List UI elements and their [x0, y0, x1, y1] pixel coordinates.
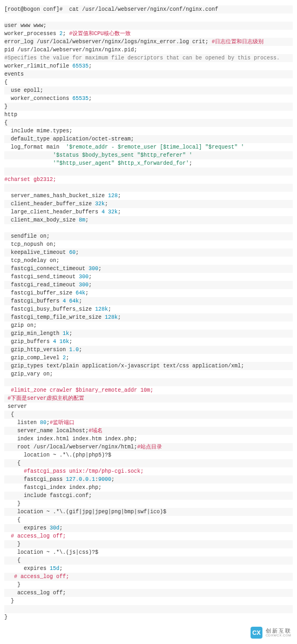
code-line: client_max_body_size 8m; [4, 216, 293, 224]
code-line: pid /usr/local/webserver/nginx/nginx.pid… [4, 46, 293, 54]
code-line: gzip_min_length 1k; [4, 330, 293, 338]
code-line: large_client_header_buffers 4 32k; [4, 208, 293, 216]
code-line: location ~ .*\.(gif|jpg|jpeg|png|bmp|swf… [4, 508, 293, 516]
code-line: } [4, 597, 293, 605]
code-line: index index.html index.htm index.php; [4, 435, 293, 443]
code-line: tcp_nopush on; [4, 240, 293, 249]
code-line: #Specifies the value for maximum file de… [4, 54, 293, 62]
code-line: fastcgi_index index.php; [4, 484, 293, 492]
code-line: } [4, 581, 293, 589]
code-line: default_type application/octet-stream; [4, 135, 293, 143]
code-line: error_log /usr/local/webserver/nginx/log… [4, 38, 293, 46]
code-line: log_format main '$remote_addr - $remote_… [4, 143, 293, 151]
watermark: CX 创新互联 CDXWCX.COM [251, 627, 292, 639]
code-line: fastcgi_read_timeout 300; [4, 281, 293, 289]
code-line [4, 378, 293, 386]
code-line: events [4, 70, 293, 78]
code-line: expires 30d; [4, 524, 293, 532]
code-line: tcp_nodelay on; [4, 257, 293, 265]
code-line: { [4, 516, 293, 524]
code-line [4, 605, 293, 613]
code-line: sendfile on; [4, 232, 293, 240]
code-line: fastcgi_buffer_size 64k; [4, 289, 293, 297]
code-line: { [4, 119, 293, 127]
code-line: fastcgi_connect_timeout 300; [4, 265, 293, 273]
code-line: gzip_comp_level 2; [4, 354, 293, 362]
code-line: keepalive_timeout 60; [4, 249, 293, 257]
code-line: include mime.types; [4, 127, 293, 135]
code-line: fastcgi_send_timeout 300; [4, 273, 293, 281]
code-line: root /usr/local/webserver/nginx/html;#站点… [4, 443, 293, 451]
code-line [4, 167, 293, 176]
code-line: #limit_zone crawler $binary_remote_addr … [4, 386, 293, 394]
code-line: location ~ .*\.(php|php5)?$ [4, 451, 293, 459]
code-line: client_header_buffer_size 32k; [4, 200, 293, 208]
code-line: # access_log off; [4, 573, 293, 581]
code-line: { [4, 78, 293, 86]
code-line: } [4, 540, 293, 548]
code-line: fastcgi_buffers 4 64k; [4, 297, 293, 305]
code-line: gzip_types text/plain application/x-java… [4, 362, 293, 370]
code-block: [root@bogon conf]# cat /usr/local/webser… [4, 5, 293, 621]
code-line: '"$http_user_agent" $http_x_forwarded_fo… [4, 159, 293, 167]
code-line: '$status $body_bytes_sent "$http_referer… [4, 151, 293, 159]
code-line: server [4, 403, 293, 411]
code-line: #下面是server虚拟主机的配置 [4, 394, 293, 403]
code-line: use epoll; [4, 86, 293, 95]
code-line: gzip_http_version 1.0; [4, 346, 293, 354]
code-line: { [4, 459, 293, 467]
code-line: } [4, 613, 293, 621]
code-line: # access_log off; [4, 532, 293, 540]
code-line: worker_rlimit_nofile 65535; [4, 62, 293, 70]
code-line: gzip on; [4, 321, 293, 330]
code-line: { [4, 411, 293, 419]
code-line: fastcgi_busy_buffers_size 128k; [4, 305, 293, 313]
code-line: fastcgi_temp_file_write_size 128k; [4, 313, 293, 321]
code-line: } [4, 103, 293, 111]
watermark-en: CDXWCX.COM [266, 634, 292, 637]
code-line: fastcgi_pass 127.0.0.1:9000; [4, 475, 293, 484]
code-line: user www www; [4, 22, 293, 30]
code-line: gzip_vary on; [4, 370, 293, 378]
code-line: server_names_hash_bucket_size 128; [4, 192, 293, 200]
code-line: location ~ .*\.(js|css)?$ [4, 548, 293, 556]
code-line: expires 15d; [4, 565, 293, 573]
code-line: http [4, 111, 293, 119]
code-line: #charset gb2312; [4, 176, 293, 184]
command-line: [root@bogon conf]# cat /usr/local/webser… [4, 5, 293, 14]
code-line [4, 224, 293, 232]
code-line: listen 80;#监听端口 [4, 419, 293, 427]
code-line: worker_connections 65535; [4, 95, 293, 103]
code-line [4, 184, 293, 192]
code-line: } [4, 500, 293, 508]
code-line: access_log off; [4, 589, 293, 597]
code-line: include fastcgi.conf; [4, 492, 293, 500]
code-line: { [4, 556, 293, 565]
blank-line [4, 14, 293, 22]
code-line: server_name localhost;#域名 [4, 427, 293, 435]
code-line: worker_processes 2; #设置值和CPU核心数一致 [4, 30, 293, 38]
watermark-cn: 创新互联 [266, 628, 292, 634]
watermark-logo: CX [251, 627, 262, 639]
code-line: #fastcgi_pass unix:/tmp/php-cgi.sock; [4, 467, 293, 475]
code-line: gzip_buffers 4 16k; [4, 338, 293, 346]
